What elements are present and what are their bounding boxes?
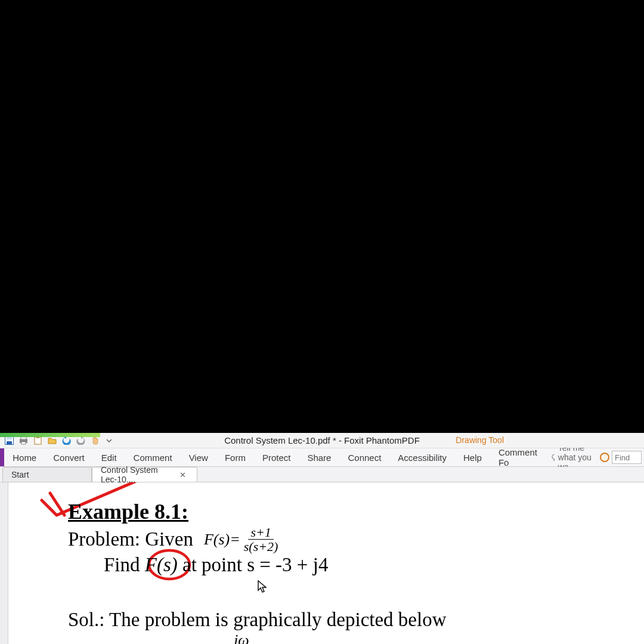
- close-tab-icon[interactable]: ✕: [179, 470, 186, 479]
- tab-view[interactable]: View: [181, 448, 216, 466]
- svg-point-8: [552, 454, 555, 459]
- doctab-current-label: Control System Lec-10....: [101, 465, 174, 484]
- tab-accessibility[interactable]: Accessibility: [389, 448, 455, 466]
- tab-comment-format[interactable]: Comment Fo: [490, 448, 546, 466]
- svg-rect-9: [553, 459, 554, 461]
- mouse-cursor-icon: [257, 580, 269, 594]
- example-title: Example 8.1:: [68, 499, 188, 524]
- tab-form[interactable]: Form: [216, 448, 254, 466]
- file-tab[interactable]: [0, 448, 4, 466]
- window-title: Control System Lec-10.pdf * - Foxit Phan…: [224, 433, 420, 448]
- svg-rect-5: [21, 442, 26, 444]
- tab-edit[interactable]: Edit: [93, 448, 125, 466]
- solution-line: Sol.: The problem is graphically depicte…: [68, 609, 447, 631]
- svg-rect-6: [35, 437, 41, 444]
- ribbon-tabs: Home Convert Edit Comment View Form Prot…: [0, 448, 644, 467]
- problem-lead: Problem: Given: [68, 528, 193, 550]
- find-group: [600, 448, 644, 466]
- left-gutter: [0, 482, 8, 644]
- lightbulb-icon: [550, 453, 555, 462]
- doctab-start-label: Start: [11, 470, 29, 479]
- tab-home[interactable]: Home: [4, 448, 45, 466]
- fs-label: F(s)=: [204, 531, 240, 549]
- tab-convert[interactable]: Convert: [45, 448, 93, 466]
- find-input[interactable]: [612, 451, 642, 464]
- find-rest: at point s = -3 + j4: [178, 554, 329, 575]
- fraction-denominator: s(s+2): [242, 540, 281, 553]
- tell-me-search[interactable]: Tell me what you wa: [546, 448, 600, 466]
- document-tabs: Start Control System Lec-10.... ✕: [0, 467, 644, 482]
- find-prefix: Find: [104, 554, 145, 575]
- page-content: Example 8.1: Problem: Given F(s)= s+1 s(…: [8, 482, 644, 644]
- jw-label: jω: [234, 631, 249, 644]
- qat-dropdown-icon[interactable]: [104, 435, 114, 446]
- accent-strip: [0, 433, 100, 437]
- find-icon[interactable]: [600, 453, 609, 462]
- svg-rect-2: [7, 441, 12, 444]
- tab-help[interactable]: Help: [455, 448, 490, 466]
- tab-connect[interactable]: Connect: [339, 448, 389, 466]
- fraction-numerator: s+1: [248, 525, 273, 540]
- app-window: Control System Lec-10.pdf * - Foxit Phan…: [0, 433, 644, 644]
- fraction: s+1 s(s+2): [242, 525, 281, 553]
- tab-comment[interactable]: Comment: [125, 448, 181, 466]
- tab-protect[interactable]: Protect: [254, 448, 299, 466]
- doctab-start[interactable]: Start: [2, 467, 92, 482]
- find-line: Find F(s) at point s = -3 + j4: [104, 554, 328, 576]
- document-viewport[interactable]: Example 8.1: Problem: Given F(s)= s+1 s(…: [0, 482, 644, 644]
- doctab-current[interactable]: Control System Lec-10.... ✕: [92, 467, 197, 482]
- tab-share[interactable]: Share: [299, 448, 339, 466]
- find-fs: F(s): [145, 554, 178, 575]
- drawing-tool-label: Drawing Tool: [456, 433, 504, 448]
